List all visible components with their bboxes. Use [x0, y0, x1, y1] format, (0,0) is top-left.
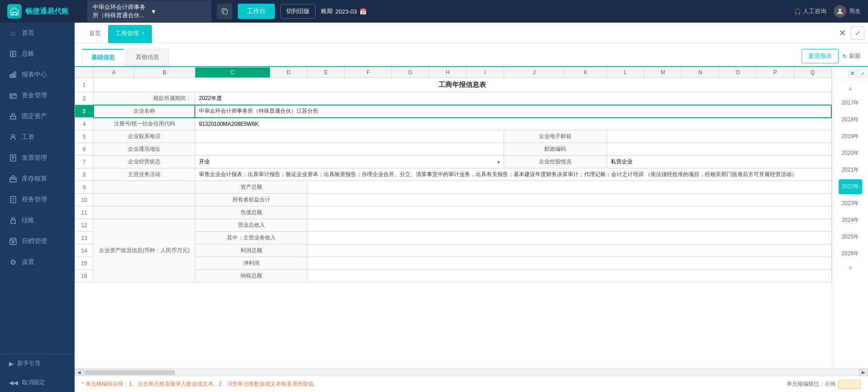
tab-close-button[interactable]: × [142, 30, 145, 37]
col-header-c[interactable]: C [195, 67, 270, 78]
sidebar-item-inventory[interactable]: 库存核算 [0, 168, 75, 189]
sub-tab-other[interactable]: 其他信息 [126, 49, 169, 66]
assets-icon [9, 112, 17, 120]
col-header-q[interactable]: Q [794, 67, 831, 78]
sidebar-item-ledger[interactable]: 总账 [0, 43, 75, 64]
col-header-o[interactable]: O [719, 67, 756, 78]
col-header-n[interactable]: N [682, 67, 719, 78]
service-button[interactable]: 🎧 人工咨询 [794, 7, 826, 15]
tab-industry-label: 工商管理 [115, 29, 139, 38]
year-item-2022[interactable]: 2022年 [839, 179, 862, 194]
scroll-thumb[interactable] [85, 370, 175, 375]
old-version-button[interactable]: 切到旧版 [280, 4, 316, 19]
tab-home[interactable]: 首页 [82, 25, 108, 43]
year-nav-up[interactable]: ▲ [839, 82, 862, 95]
col-header-e[interactable]: E [307, 67, 345, 78]
sidebar-item-invoice[interactable]: 发票管理 [0, 148, 75, 168]
col-header-m[interactable]: M [644, 67, 682, 78]
close-window-button[interactable]: ✕ [835, 26, 849, 40]
col-header-j[interactable]: J [504, 67, 565, 78]
company-selector[interactable]: 中审众环会计师事务所（特殊普通合伙... ▼ [87, 0, 212, 22]
sidebar-item-finance[interactable]: 资金管理 [0, 85, 75, 106]
value-cell[interactable] [307, 244, 831, 257]
app-logo: 畅捷通易代账 [7, 4, 82, 19]
col-header-h[interactable]: H [429, 67, 467, 78]
year-item-2018[interactable]: 2018年 [839, 112, 862, 127]
year-item-2020[interactable]: 2020年 [839, 146, 862, 161]
value-cell[interactable] [195, 130, 504, 143]
value-cell[interactable]: 审查企业会计报表；出具审计报告；验证企业资本；出具验资报告；办理企业合开、分立、… [195, 168, 831, 181]
sidebar-item-label: 库存核算 [22, 175, 47, 183]
col-header-k[interactable]: K [565, 67, 607, 78]
value-cell[interactable]: 私营企业 [607, 156, 831, 168]
spreadsheet-container[interactable]: A B C D E F G H I J [75, 67, 832, 368]
year-item-2021[interactable]: 2021年 [839, 163, 862, 177]
newbie-label: 新手引导 [17, 359, 41, 368]
scroll-right-button[interactable]: ▶ [859, 369, 868, 376]
expand-window-button[interactable]: ⤢ [851, 26, 864, 40]
value-cell[interactable] [307, 257, 831, 270]
col-header-d[interactable]: D [270, 67, 307, 78]
scroll-left-button[interactable]: ◀ [75, 369, 84, 376]
sidebar-item-reports[interactable]: 报表中心 [0, 64, 75, 85]
user-button[interactable]: 用友 [834, 5, 861, 18]
collapse-panel-button[interactable]: ✕ [848, 69, 857, 78]
value-cell[interactable] [607, 143, 831, 156]
sidebar-item-home[interactable]: ⌂ 首页 [0, 23, 75, 43]
value-cell[interactable] [195, 143, 504, 156]
reset-button[interactable]: 重置报表 [802, 49, 839, 63]
sidebar-item-archive[interactable]: 归档管理 [0, 231, 75, 252]
value-cell[interactable] [307, 270, 831, 282]
year-item-2025[interactable]: 2025年 [839, 229, 862, 244]
table-row: 7 企业经营状态 开业 ▼ 企业控股情况 私营企业 [75, 156, 832, 168]
value-cell[interactable] [307, 232, 831, 244]
company-name-cell[interactable]: 中审众环会计师事务所（特殊普通合伙）江苏分所 [195, 105, 831, 118]
workbench-button[interactable]: 工作台 [238, 4, 275, 19]
value-cell[interactable] [307, 206, 831, 219]
close-accounts-icon [9, 216, 17, 225]
refresh-button[interactable]: ↻ 刷新 [842, 49, 861, 63]
year-item-2019[interactable]: 2019年 [839, 129, 862, 144]
col-header-l[interactable]: L [607, 67, 644, 78]
value-cell[interactable] [607, 130, 831, 143]
expand-panel-button[interactable]: ⤢ [858, 69, 867, 78]
sidebar-item-settings[interactable]: ⚙ 设置 [0, 252, 75, 272]
content-area: 首页 工商管理 × ✕ ⤢ 基础信息 [75, 23, 868, 392]
calendar-icon[interactable]: 📅 [359, 8, 367, 15]
status-dropdown-cell[interactable]: 开业 ▼ [195, 156, 504, 168]
horizontal-scrollbar[interactable]: ◀ ▶ [75, 368, 868, 376]
year-item-2023[interactable]: 2023年 [839, 196, 862, 211]
col-header-i[interactable]: I [467, 67, 504, 78]
sidebar-item-assets[interactable]: 固定资产 [0, 106, 75, 127]
year-item-2024[interactable]: 2024年 [839, 213, 862, 228]
col-header-b[interactable]: B [134, 67, 195, 78]
label-cell: 净利润 [195, 257, 307, 270]
col-header-f[interactable]: F [345, 67, 392, 78]
value-cell[interactable] [307, 219, 831, 232]
newbie-guide-button[interactable]: ▶ 新手引导 [0, 354, 75, 373]
value-cell[interactable]: 91320100MA208E5W6K [195, 118, 831, 130]
title-cell[interactable]: 工商年报信息表 [94, 78, 831, 92]
value-cell[interactable]: 2022年度 [195, 92, 831, 105]
sub-tab-basic[interactable]: 基础信息 [82, 49, 124, 66]
label-cell: 企业通讯地址 [94, 143, 195, 156]
sidebar-item-salary[interactable]: 工资 [0, 127, 75, 148]
ledger-icon [9, 50, 17, 58]
col-header-p[interactable]: P [756, 67, 794, 78]
sidebar-item-tax[interactable]: 税务管理 [0, 189, 75, 210]
scroll-track[interactable] [84, 369, 859, 376]
value-cell[interactable] [307, 194, 831, 206]
sidebar-item-close-accounts[interactable]: 结账 [0, 210, 75, 231]
year-nav-down[interactable]: ▼ [839, 262, 862, 275]
col-header-g[interactable]: G [392, 67, 429, 78]
sub-tab-other-label: 其他信息 [136, 53, 159, 60]
year-item-2026[interactable]: 2026年 [839, 246, 862, 261]
year-item-2017[interactable]: 2017年 [839, 96, 862, 110]
unpin-button[interactable]: ◀◀ 取消固定 [0, 373, 75, 392]
settings-icon: ⚙ [9, 258, 17, 266]
tab-industry[interactable]: 工商管理 × [108, 25, 152, 43]
col-header-a[interactable]: A [94, 67, 134, 78]
row-number: 12 [75, 219, 94, 232]
copy-button[interactable] [217, 4, 232, 19]
value-cell[interactable] [307, 181, 831, 194]
